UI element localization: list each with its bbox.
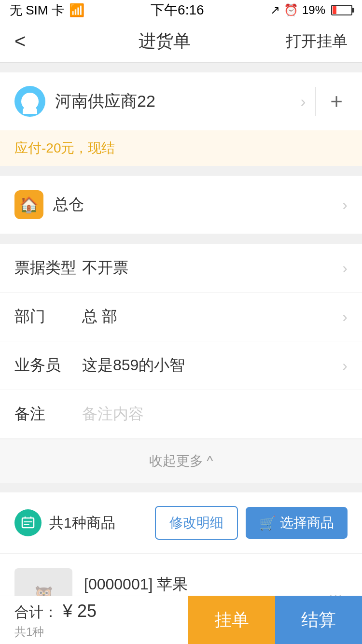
department-value: 总 部: [82, 306, 342, 327]
gap-2: [0, 166, 362, 176]
department-key: 部门: [14, 306, 82, 327]
status-time: 下午6:16: [151, 1, 204, 19]
total-amount-value: ¥ 25: [63, 601, 97, 621]
department-row[interactable]: 部门 总 部 ›: [0, 293, 362, 341]
edit-detail-button[interactable]: 修改明细: [155, 506, 238, 540]
total-amount: 合计： ¥ 25: [14, 601, 174, 622]
invoice-type-chevron-icon: ›: [342, 259, 348, 277]
invoice-type-key: 票据类型: [14, 257, 82, 279]
alarm-icon: ⏰: [284, 3, 298, 17]
battery-icon: [331, 5, 352, 15]
status-bar: 无 SIM 卡 📶 下午6:16 ↗ ⏰ 19%: [0, 0, 362, 20]
alert-bar: 应付-20元，现结: [0, 130, 362, 166]
salesperson-chevron-icon: ›: [342, 357, 348, 375]
location-icon: ↗: [270, 3, 280, 17]
gap-4: [0, 483, 362, 492]
cart-icon: 🛒: [259, 515, 276, 531]
invoice-type-value: 不开票: [82, 257, 342, 279]
warehouse-row[interactable]: 🏠 总仓 ›: [0, 176, 362, 234]
remark-value[interactable]: 备注内容: [82, 404, 348, 425]
total-section: 合计： ¥ 25 共1种: [0, 596, 188, 644]
bottom-bar: 合计： ¥ 25 共1种 挂单 结算: [0, 596, 362, 644]
remark-row[interactable]: 备注 备注内容: [0, 390, 362, 439]
supplier-section: 河南供应商22 › + 应付-20元，现结: [0, 72, 362, 166]
add-supplier-button[interactable]: +: [325, 89, 348, 113]
collapse-bar[interactable]: 收起更多 ^: [0, 439, 362, 483]
department-chevron-icon: ›: [342, 308, 348, 326]
select-product-button[interactable]: 🛒 选择商品: [246, 507, 348, 539]
warehouse-icon: 🏠: [14, 190, 43, 219]
total-label: 合计：: [14, 604, 58, 620]
supplier-row[interactable]: 河南供应商22 › +: [0, 72, 362, 130]
suspend-button[interactable]: 挂单: [188, 596, 275, 644]
wifi-icon: 📶: [69, 3, 84, 18]
svg-rect-0: [22, 518, 34, 528]
product-header: 共1种商品 修改明细 🛒 选择商品: [0, 492, 362, 554]
supplier-name: 河南供应商22: [55, 90, 301, 112]
status-right: ↗ ⏰ 19%: [270, 3, 352, 17]
product-count-icon: [14, 509, 42, 536]
battery-percent: 19%: [302, 3, 325, 17]
gap-1: [0, 63, 362, 72]
total-count: 共1种: [14, 624, 174, 640]
supplier-chevron-icon: ›: [301, 93, 306, 111]
open-suspend-button[interactable]: 打开挂单: [286, 31, 348, 52]
invoice-type-row[interactable]: 票据类型 不开票 ›: [0, 244, 362, 293]
page-title: 进货单: [139, 29, 191, 53]
nav-bar: < 进货单 打开挂单: [0, 20, 362, 63]
vertical-divider: [315, 87, 316, 116]
salesperson-key: 业务员: [14, 355, 82, 376]
remark-key: 备注: [14, 404, 82, 425]
back-button[interactable]: <: [14, 30, 43, 52]
salesperson-value: 这是859的小智: [82, 355, 342, 376]
warehouse-chevron-icon: ›: [342, 196, 348, 214]
salesperson-row[interactable]: 业务员 这是859的小智 ›: [0, 341, 362, 390]
supplier-avatar: [14, 86, 45, 117]
fields-section: 票据类型 不开票 › 部门 总 部 › 业务员 这是859的小智 › 备注 备注…: [0, 244, 362, 439]
carrier-text: 无 SIM 卡: [10, 2, 64, 19]
warehouse-label: 总仓: [53, 194, 342, 215]
gap-3: [0, 234, 362, 244]
avatar-person-icon: [21, 93, 39, 110]
product-name: [0000001] 苹果: [84, 574, 324, 595]
checkout-button[interactable]: 结算: [275, 596, 362, 644]
status-left: 无 SIM 卡 📶: [10, 2, 84, 19]
product-count-text: 共1种商品: [49, 513, 155, 533]
